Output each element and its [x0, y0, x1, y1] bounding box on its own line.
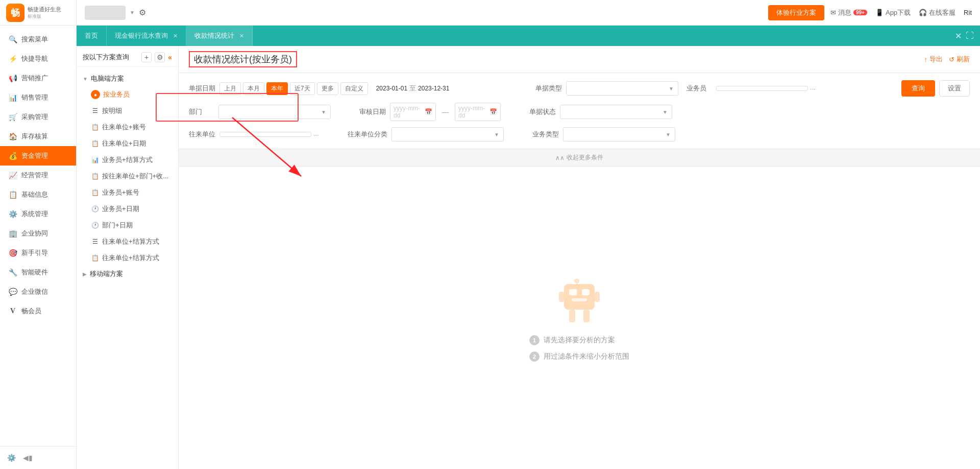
- finance-icon: 💰: [8, 151, 17, 160]
- collapse-sidebar-icon[interactable]: ◀▮: [22, 453, 33, 463]
- scheme-item-salesman-date[interactable]: 🕐 业务员+日期: [77, 201, 178, 217]
- filter-buttons: 查询 设置: [901, 80, 970, 97]
- sidebar-item-vip[interactable]: V畅会员: [0, 301, 76, 321]
- tab-expand-icon[interactable]: ⛶: [966, 31, 974, 40]
- dept-arrow: ▼: [321, 109, 326, 115]
- scheme-group-desktop: ▼ 电脑端方案 ● 按业务员 ☰ 按明细 📋 往来单位+账号: [77, 71, 178, 266]
- scheme-title: 按以下方案查询: [83, 53, 129, 62]
- biz-type-select[interactable]: ▼: [563, 127, 675, 142]
- online-service-item[interactable]: 🎧 在线客服: [919, 8, 955, 17]
- filter-row-3: 往来单位 ··· 往来单位分类 ▼: [189, 127, 970, 142]
- tab-close-all-icon[interactable]: ✕: [955, 31, 962, 41]
- sidebar-item-search[interactable]: 🔍搜索菜单: [0, 30, 76, 49]
- partner-category-select[interactable]: ▼: [391, 127, 504, 142]
- salesman-dots[interactable]: ···: [810, 85, 816, 92]
- scheme-item-salesman-account[interactable]: 📋 业务员+账号: [77, 184, 178, 201]
- sidebar-item-corp[interactable]: 🏢企业协同: [0, 224, 76, 243]
- sidebar-item-hardware[interactable]: 🔧智能硬件: [0, 263, 76, 282]
- date-btn-custom[interactable]: 自定义: [340, 82, 368, 95]
- sidebar-item-purchase[interactable]: 🛒采购管理: [0, 107, 76, 127]
- review-date-from[interactable]: yyyy-mm-dd 📅: [390, 103, 436, 121]
- marketing-icon: 📢: [8, 74, 17, 83]
- user-dropdown-arrow[interactable]: ▼: [130, 10, 135, 15]
- scheme-group-mobile-header[interactable]: ▶ 移动端方案: [77, 266, 178, 282]
- scheme-settings-button[interactable]: ⚙: [155, 52, 165, 62]
- export-button[interactable]: ↑ 导出: [924, 55, 943, 64]
- filter-partner-item: 往来单位 ···: [189, 130, 319, 139]
- app-download-item[interactable]: 📱 App下载: [875, 8, 911, 17]
- sidebar-item-inventory[interactable]: 🏠库存核算: [0, 127, 76, 146]
- trial-button[interactable]: 体验行业方案: [768, 5, 824, 20]
- logo-icon: 畅: [6, 4, 24, 22]
- sidebar-item-wechat[interactable]: 💬企业微信: [0, 282, 76, 301]
- sidebar-item-system[interactable]: ⚙️系统管理: [0, 204, 76, 224]
- tip-item-1: 1 请先选择要分析的方案: [529, 335, 629, 345]
- filter-biz-type-item: 业务类型 ▼: [532, 127, 675, 142]
- date-btn-last-month[interactable]: 上月: [219, 82, 241, 95]
- scheme-item-partner-date[interactable]: 📋 往来单位+日期: [77, 135, 178, 152]
- date-btn-this-year[interactable]: 本年: [266, 82, 288, 95]
- date-btn-7days[interactable]: 近7天: [290, 82, 315, 95]
- date-btn-more[interactable]: 更多: [317, 82, 338, 95]
- system-icon: ⚙️: [8, 209, 17, 219]
- partner-date-icon: 📋: [91, 139, 99, 148]
- sidebar-bottom: ⚙️ ◀▮: [0, 446, 76, 469]
- dept-select[interactable]: ▼: [218, 105, 331, 119]
- scheme-item-by-salesman[interactable]: ● 按业务员: [77, 86, 178, 103]
- filter-salesman-item: 业务员 ···: [687, 84, 816, 93]
- doc-status-select[interactable]: ▼: [560, 105, 672, 119]
- sidebar-item-quick[interactable]: ⚡快捷导航: [0, 49, 76, 68]
- tab-bank-close[interactable]: ✕: [173, 33, 178, 39]
- active-scheme-icon: ●: [91, 90, 100, 99]
- review-date-label: 审核日期: [359, 107, 386, 116]
- scheme-item-partner-account[interactable]: 📋 往来单位+账号: [77, 119, 178, 135]
- settings-bottom-icon[interactable]: ⚙️: [6, 453, 16, 463]
- dept-label: 部门: [189, 107, 214, 116]
- sidebar: 畅 畅捷通好生意 标准版 🔍搜索菜单 ⚡快捷导航 📢营销推广 📊销售管理 🛒采购…: [0, 0, 77, 469]
- filter-area: 单据日期 上月 本月 本年 近7天 更多 自定义 2023-01-01 至: [179, 73, 980, 149]
- sidebar-item-marketing[interactable]: 📢营销推广: [0, 68, 76, 88]
- sidebar-item-guide[interactable]: 🎯新手引导: [0, 243, 76, 263]
- scheme-item-by-detail[interactable]: ☰ 按明细: [77, 103, 178, 119]
- tab-bank[interactable]: 现金银行流水查询 ✕: [107, 26, 186, 46]
- sidebar-item-sales[interactable]: 📊销售管理: [0, 88, 76, 107]
- scheme-item-dept-date[interactable]: 🕐 部门+日期: [77, 217, 178, 233]
- tab-collection[interactable]: 收款情况统计 ✕: [186, 26, 253, 46]
- date-btn-this-month[interactable]: 本月: [243, 82, 264, 95]
- scheme-group-mobile: ▶ 移动端方案: [77, 266, 178, 282]
- message-badge: 99+: [853, 10, 867, 15]
- scheme-list: ▼ 电脑端方案 ● 按业务员 ☰ 按明细 📋 往来单位+账号: [77, 67, 178, 469]
- filter-settings-button[interactable]: 设置: [939, 80, 970, 97]
- sidebar-item-finance[interactable]: 💰资金管理: [0, 146, 76, 166]
- scheme-item-partner-settlement2[interactable]: 📋 往来单位+结算方式: [77, 250, 178, 266]
- filter-row-1: 单据日期 上月 本月 本年 近7天 更多 自定义 2023-01-01 至: [189, 80, 970, 97]
- scheme-add-button[interactable]: +: [141, 52, 152, 62]
- doc-type-select[interactable]: ▼: [566, 81, 678, 96]
- refresh-icon: ↺: [949, 56, 954, 63]
- tab-home[interactable]: 首页: [77, 26, 107, 46]
- filter-doc-status-item: 单据状态 ▼: [529, 105, 672, 119]
- refresh-button[interactable]: ↺ 刷新: [949, 55, 970, 64]
- tab-collection-close[interactable]: ✕: [239, 33, 244, 39]
- collapse-button[interactable]: ∧∧ 收起更多条件: [555, 153, 603, 162]
- partner-label: 往来单位: [189, 130, 215, 139]
- message-item[interactable]: ✉ 消息 99+: [830, 8, 867, 17]
- collapse-icon: ∧∧: [555, 154, 565, 161]
- date-to-display: 2023-12-31: [418, 85, 449, 92]
- sidebar-item-operation[interactable]: 📈经营管理: [0, 166, 76, 185]
- guide-icon: 🎯: [8, 248, 17, 257]
- partner-input[interactable]: [219, 132, 311, 137]
- query-button[interactable]: 查询: [901, 80, 935, 97]
- scheme-item-salesman-payment[interactable]: 📊 业务员+结算方式: [77, 152, 178, 168]
- scheme-group-desktop-header[interactable]: ▼ 电脑端方案: [77, 71, 178, 86]
- salesman-input[interactable]: [716, 86, 808, 91]
- scheme-item-partner-settlement1[interactable]: ☰ 往来单位+结算方式: [77, 233, 178, 250]
- scheme-collapse-button[interactable]: «: [168, 53, 172, 61]
- topbar-settings-icon[interactable]: ⚙: [139, 8, 146, 17]
- svg-rect-5: [572, 298, 587, 301]
- review-date-to[interactable]: yyyy-mm-dd 📅: [455, 103, 501, 121]
- scheme-item-partner-dept[interactable]: 📋 按往来单位+部门+收...: [77, 168, 178, 184]
- sidebar-item-basic[interactable]: 📋基础信息: [0, 185, 76, 204]
- partner-dots[interactable]: ···: [313, 131, 319, 138]
- svg-rect-6: [559, 292, 564, 302]
